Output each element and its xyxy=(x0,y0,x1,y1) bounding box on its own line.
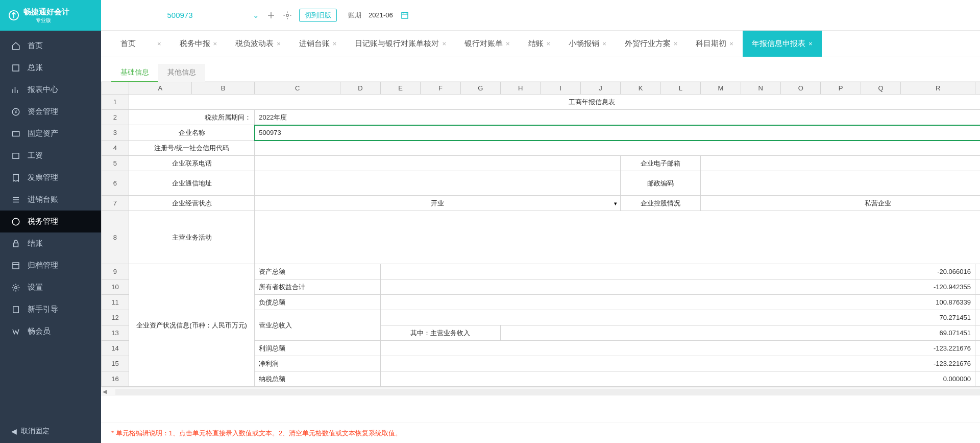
item-value[interactable]: -123.221676 xyxy=(380,356,975,371)
tab-reimburse[interactable]: 小畅报销× xyxy=(559,31,616,57)
nav-settings[interactable]: 设置 xyxy=(0,276,101,298)
main-biz-cell[interactable] xyxy=(255,211,980,264)
row-header[interactable]: 6 xyxy=(102,171,129,196)
col-header[interactable]: I xyxy=(541,82,580,95)
nav-salary[interactable]: 工资 xyxy=(0,145,101,167)
row-header[interactable]: 3 xyxy=(102,125,129,141)
status-select[interactable]: 开业 xyxy=(255,196,621,211)
col-header[interactable]: R xyxy=(901,82,975,95)
tab-taxreport[interactable]: 税务申报× xyxy=(170,31,227,57)
nav-close[interactable]: 结账 xyxy=(0,232,101,254)
row-header[interactable]: 1 xyxy=(102,95,129,110)
tab-journal[interactable]: 日记账与银行对账单核对× xyxy=(346,31,455,57)
close-icon[interactable]: × xyxy=(602,40,606,48)
col-header[interactable]: C xyxy=(255,82,340,95)
close-icon[interactable]: × xyxy=(674,40,678,48)
item-value[interactable]: 0.000000 xyxy=(380,371,975,387)
tab-bank[interactable]: 银行对账单× xyxy=(455,31,519,57)
item-value[interactable]: 70.271451 xyxy=(380,310,975,325)
col-header[interactable]: A xyxy=(129,82,191,95)
scroll-track[interactable] xyxy=(115,389,980,395)
nav-tax[interactable]: 税务管理 xyxy=(0,211,101,232)
col-header[interactable]: F xyxy=(421,82,460,95)
row-header[interactable]: 13 xyxy=(102,325,129,341)
row-header[interactable]: 7 xyxy=(102,196,129,211)
row-header[interactable]: 16 xyxy=(102,371,129,387)
disp-select[interactable]: 不公示 xyxy=(975,325,980,341)
close-icon[interactable]: × xyxy=(333,40,337,48)
close-icon[interactable]: × xyxy=(442,40,446,48)
nav-funds[interactable]: ¥资金管理 xyxy=(0,101,101,123)
nav-inout[interactable]: 进销台账 xyxy=(0,189,101,211)
tab-home[interactable]: 首页 xyxy=(111,31,145,57)
col-header[interactable]: L xyxy=(660,82,700,95)
close-icon[interactable]: × xyxy=(506,40,510,48)
disp-select[interactable]: 不公示 xyxy=(975,310,980,325)
plus-icon[interactable] xyxy=(266,11,276,20)
row-header[interactable]: 14 xyxy=(102,341,129,356)
col-header[interactable]: K xyxy=(621,82,660,95)
item-value[interactable]: -120.942355 xyxy=(380,279,975,295)
subtab-other[interactable]: 其他信息 xyxy=(158,64,205,82)
nav-invoice[interactable]: 发票管理 xyxy=(0,167,101,189)
company-name-cell[interactable]: 500973 xyxy=(255,125,980,141)
nav-ledger[interactable]: 总账 xyxy=(0,57,101,79)
subtab-basic[interactable]: 基础信息 xyxy=(111,64,158,82)
disp-select[interactable]: 不公示 xyxy=(975,371,980,387)
scroll-left-icon[interactable]: ◀ xyxy=(101,388,108,395)
close-icon[interactable]: × xyxy=(547,40,551,48)
row-header[interactable]: 9 xyxy=(102,264,129,279)
disp-select[interactable]: 不公示 xyxy=(975,264,980,279)
nav-home[interactable]: 首页 xyxy=(0,35,101,57)
close-icon[interactable]: × xyxy=(157,40,161,48)
tab-unknown[interactable]: × xyxy=(145,31,170,57)
unpin-button[interactable]: ◀ 取消固定 xyxy=(0,419,101,443)
col-header[interactable]: N xyxy=(741,82,780,95)
row-header[interactable]: 15 xyxy=(102,356,129,371)
col-header[interactable]: Q xyxy=(861,82,900,95)
item-value[interactable]: 69.071451 xyxy=(501,325,975,341)
tab-trade[interactable]: 外贸行业方案× xyxy=(616,31,687,57)
row-header[interactable]: 8 xyxy=(102,211,129,264)
col-header[interactable]: G xyxy=(460,82,500,95)
nav-guide[interactable]: 新手引导 xyxy=(0,298,101,320)
disp-select[interactable]: 不公示 xyxy=(975,356,980,371)
select-all-cell[interactable] xyxy=(102,82,129,95)
email-cell[interactable] xyxy=(701,156,980,171)
col-header[interactable]: E xyxy=(380,82,420,95)
company-selector[interactable]: 500973 ⌄ xyxy=(111,11,259,20)
postal-cell[interactable] xyxy=(701,171,980,196)
item-value[interactable]: -20.066016 xyxy=(380,264,975,279)
row-header[interactable]: 4 xyxy=(102,141,129,156)
disp-select[interactable]: 不公示 xyxy=(975,295,980,310)
close-icon[interactable]: × xyxy=(808,40,813,48)
col-header[interactable]: B xyxy=(192,82,255,95)
tab-taxwave[interactable]: 税负波动表× xyxy=(226,31,290,57)
switch-old-button[interactable]: 切到旧版 xyxy=(299,9,337,22)
disp-select[interactable]: 不公示 xyxy=(975,341,980,356)
gear-icon[interactable] xyxy=(283,11,292,20)
holding-select[interactable]: 私营企业 xyxy=(701,196,980,211)
tab-initial[interactable]: 科目期初× xyxy=(687,31,743,57)
tab-inout[interactable]: 进销台账× xyxy=(290,31,346,57)
nav-reports[interactable]: 报表中心 xyxy=(0,79,101,101)
disp-select[interactable]: 不公示 xyxy=(975,279,980,295)
nav-member[interactable]: 畅会员 xyxy=(0,320,101,342)
nav-assets[interactable]: 固定资产 xyxy=(0,123,101,145)
col-header[interactable]: D xyxy=(340,82,380,95)
item-value[interactable]: -123.221676 xyxy=(380,341,975,356)
nav-archive[interactable]: 归档管理 xyxy=(0,254,101,276)
col-header[interactable]: M xyxy=(701,82,741,95)
tab-closing[interactable]: 结账× xyxy=(519,31,560,57)
reg-code-cell[interactable] xyxy=(255,141,980,156)
row-header[interactable]: 11 xyxy=(102,295,129,310)
close-icon[interactable]: × xyxy=(213,40,217,48)
col-header[interactable]: P xyxy=(821,82,861,95)
phone-cell[interactable] xyxy=(255,156,621,171)
calendar-icon[interactable] xyxy=(400,11,409,20)
item-value[interactable]: 100.876339 xyxy=(380,295,975,310)
tab-annual[interactable]: 年报信息申报表× xyxy=(743,31,822,57)
col-header[interactable]: O xyxy=(780,82,820,95)
col-header[interactable]: J xyxy=(580,82,620,95)
col-header[interactable]: H xyxy=(501,82,541,95)
